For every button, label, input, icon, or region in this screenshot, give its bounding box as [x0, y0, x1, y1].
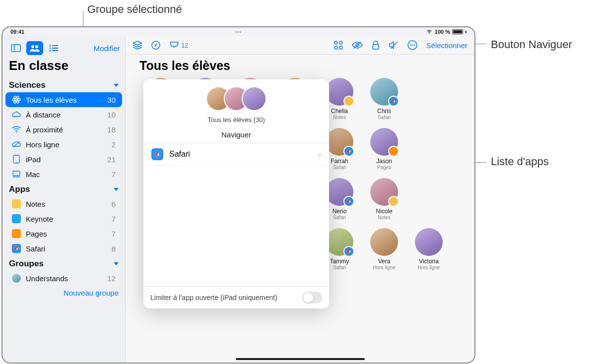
people-icon [29, 44, 40, 52]
sidebar-app-keynote[interactable]: Keynote7 [5, 211, 122, 226]
svg-rect-7 [52, 48, 58, 49]
sidebar-item-ipad[interactable]: iPad21 [5, 152, 122, 167]
chevron-down-icon [114, 188, 119, 191]
svg-rect-5 [52, 45, 58, 46]
wifi-icon [426, 29, 433, 34]
cloud-icon [12, 110, 21, 119]
sidebar-item-count: 10 [107, 111, 116, 119]
sidebar-item-label: Hors ligne [26, 140, 60, 149]
svg-point-17 [16, 162, 17, 163]
popover-row-label: Safari [169, 150, 190, 159]
svg-point-6 [50, 48, 51, 49]
new-group-button[interactable]: Nouveau groupe [2, 286, 125, 300]
section-label: Groupes [9, 259, 44, 269]
list-view-button[interactable] [45, 41, 62, 55]
limit-app-toggle[interactable] [302, 292, 322, 303]
popover-app-row[interactable]: Safari› [143, 143, 329, 166]
svg-point-3 [35, 45, 38, 48]
mac-icon [12, 170, 21, 179]
sidebar-group-understands[interactable]: Understands12 [5, 271, 122, 286]
section-label: Apps [9, 184, 30, 194]
sidebar-item-label: À proximité [26, 125, 63, 134]
sidebar-item-count: 21 [107, 155, 116, 164]
edit-button[interactable]: Modifier [94, 44, 120, 53]
list-icon [49, 44, 59, 52]
sidebar-item-à-distance[interactable]: À distance10 [5, 107, 122, 122]
section-label: Sciences [9, 80, 46, 90]
sidebar-item-label: Mac [26, 170, 40, 179]
sidebar-item-count: 12 [107, 274, 116, 283]
sidebar-icon [11, 44, 21, 52]
sidebar-item-label: iPad [26, 155, 41, 164]
sidebar-item-label: À distance [26, 111, 61, 119]
sidebar-item-label: Understands [26, 274, 68, 283]
sidebar-item-à-proximité[interactable]: À proximité18 [5, 122, 122, 137]
sidebar-item-label: Pages [26, 230, 47, 238]
sidebar-item-count: 7 [112, 230, 116, 238]
app-icon [12, 214, 21, 223]
sidebar-item-count: 7 [112, 215, 116, 223]
multitask-dots[interactable]: ••• [235, 29, 242, 35]
atom-icon [12, 95, 21, 104]
app-icon [12, 229, 21, 238]
people-view-button[interactable] [26, 41, 43, 55]
chevron-down-icon [114, 84, 119, 87]
ipad-icon [12, 155, 21, 164]
sidebar-item-count: 30 [107, 96, 116, 104]
section-sciences[interactable]: Sciences [2, 77, 125, 92]
popover-title: Naviguer [221, 130, 251, 139]
navigate-popover: Tous les élèves (30) Naviguer Safari› Li… [143, 79, 329, 308]
sidebar: Modifier En classe Sciences Tous les élè… [2, 36, 126, 363]
sidebar-item-label: Keynote [26, 215, 53, 223]
wifi-icon [12, 125, 21, 134]
callout-group-selected: Groupe sélectionné [87, 3, 182, 16]
section-groups[interactable]: Groupes [2, 256, 125, 271]
group-avatar-icon [12, 274, 21, 283]
sidebar-item-label: Safari [26, 244, 45, 253]
sidebar-item-hors-ligne[interactable]: Hors ligne2 [5, 137, 122, 152]
status-time: 09:41 [10, 29, 24, 35]
safari-icon [151, 148, 163, 160]
svg-point-2 [31, 45, 34, 48]
popover-avatars [206, 86, 267, 111]
battery-icon [452, 29, 463, 34]
popover-footer-label: Limiter à l'app ouverte (iPad uniquement… [150, 294, 277, 302]
svg-point-8 [50, 50, 51, 52]
status-battery-pct: 100 % [435, 29, 450, 35]
sidebar-toggle-button[interactable] [7, 41, 24, 55]
callout-apps-list: Liste d'apps [491, 155, 549, 168]
svg-point-13 [16, 99, 17, 101]
section-apps[interactable]: Apps [2, 182, 125, 196]
ipad-screen: ••• 09:41 100 % [1, 26, 475, 364]
sidebar-item-mac[interactable]: Mac7 [5, 167, 122, 182]
sidebar-item-label: Notes [26, 200, 45, 208]
cloud-slash-icon [12, 140, 21, 149]
sidebar-app-pages[interactable]: Pages7 [5, 226, 122, 241]
sidebar-app-notes[interactable]: Notes6 [5, 196, 122, 211]
chevron-down-icon [114, 262, 119, 265]
app-title: En classe [2, 58, 125, 77]
sidebar-item-count: 8 [112, 244, 116, 253]
popover-apps-list: Safari› [143, 143, 329, 286]
svg-point-4 [50, 45, 51, 47]
svg-rect-18 [13, 171, 20, 176]
sidebar-item-count: 7 [112, 170, 116, 179]
svg-point-14 [16, 132, 17, 133]
sidebar-item-count: 6 [112, 200, 116, 208]
app-icon [12, 244, 21, 253]
app-icon [12, 199, 21, 208]
popover-subtitle: Tous les élèves (30) [207, 116, 265, 123]
svg-rect-9 [52, 50, 58, 51]
chevron-right-icon: › [318, 149, 321, 160]
sidebar-item-label: Tous les élèves [26, 96, 77, 104]
svg-rect-0 [11, 45, 20, 52]
sidebar-item-tous-les-élèves[interactable]: Tous les élèves30 [5, 92, 122, 107]
sidebar-item-count: 18 [107, 125, 116, 134]
sidebar-item-count: 2 [112, 140, 116, 149]
callout-navigate-button: Bouton Naviguer [491, 38, 572, 51]
sidebar-app-safari[interactable]: Safari8 [5, 241, 122, 256]
